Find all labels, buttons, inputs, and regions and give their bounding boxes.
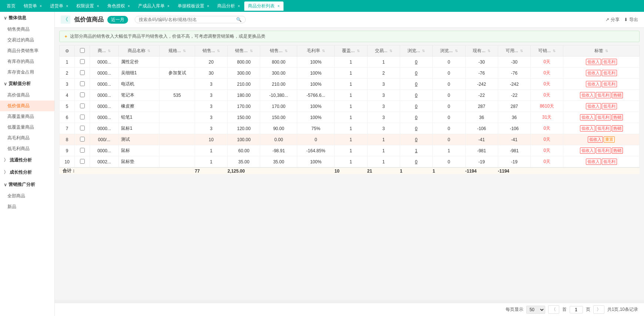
row-view1[interactable]: 0 [400, 123, 432, 134]
col-sales-qty[interactable]: 销售... ⇅ [195, 45, 227, 57]
row-gross-margin: 75% [297, 123, 335, 134]
nav-home[interactable]: 首页 [3, 1, 19, 11]
nav-purchase[interactable]: 进货单 × [46, 1, 72, 11]
sidebar-item-low-value[interactable]: 低价值商品 [0, 101, 54, 111]
row-checkbox-cell[interactable] [75, 68, 90, 79]
row-checkbox[interactable] [80, 103, 85, 108]
row-view1[interactable]: 0 [400, 134, 432, 145]
col-coverage[interactable]: 覆盖... ⇅ [335, 45, 367, 57]
row-sales-amount: 800.00 [228, 57, 260, 68]
nav-product-inbound[interactable]: 产成品入库单 × [134, 1, 173, 11]
row-sales-amount: 150.00 [228, 112, 260, 123]
row-checkbox[interactable] [80, 70, 85, 75]
row-checkbox[interactable] [80, 126, 85, 130]
col-saleable[interactable]: 可销... ⇅ [531, 45, 563, 57]
nav-role[interactable]: 角色授权 × [104, 1, 134, 11]
nav-template[interactable]: 单据模板设置 × [174, 1, 213, 11]
row-sales-amount: 100.00 [228, 134, 260, 145]
row-view1[interactable]: 0 [400, 79, 432, 90]
sidebar-item-sales-products[interactable]: 销售类商品 [0, 24, 54, 35]
nav-product-analysis-list[interactable]: 商品分析列表 × [244, 1, 283, 11]
sidebar-item-category-sales-rate[interactable]: 商品分类销售率 [0, 45, 54, 56]
sidebar-item-high-coverage[interactable]: 高覆盖量商品 [0, 111, 54, 122]
sidebar-item-stock-capital[interactable]: 库存资金占用 [0, 67, 54, 78]
sidebar-item-high-margin[interactable]: 高毛利商品 [0, 133, 54, 143]
row-checkbox[interactable] [80, 115, 85, 119]
row-view1[interactable]: 0 [400, 57, 432, 68]
row-view1[interactable]: 0 [400, 112, 432, 123]
row-view1[interactable]: 0 [400, 101, 432, 112]
select-all-checkbox[interactable] [80, 48, 85, 53]
sidebar-group-overall[interactable]: ∨ 整体信息 [0, 12, 54, 24]
sidebar-group-marketing[interactable]: ∨ 营销推广分析 [0, 179, 54, 191]
tag: 低毛利 [596, 125, 611, 132]
collapse-sidebar-button[interactable]: 《 [61, 16, 70, 24]
sidebar-item-stock-products[interactable]: 有库存的商品 [0, 56, 54, 67]
row-checkbox-cell[interactable] [75, 145, 90, 156]
first-page-button[interactable]: 〈 [548, 305, 559, 314]
row-checkbox-cell[interactable] [75, 156, 90, 168]
row-current-stock: -106 [465, 123, 498, 134]
page-number-input[interactable] [570, 306, 583, 313]
sidebar-item-low-margin[interactable]: 低毛利商品 [0, 143, 54, 154]
nav-permission[interactable]: 权限设置 × [73, 1, 103, 11]
row-checkbox[interactable] [80, 159, 85, 164]
row-current-stock: -242 [465, 79, 498, 90]
sidebar-item-low-coverage[interactable]: 低覆盖量商品 [0, 122, 54, 133]
row-checkbox-cell[interactable] [75, 57, 90, 68]
row-checkbox[interactable] [80, 92, 85, 97]
export-button[interactable]: ⬇ 导出 [624, 17, 638, 23]
row-checkbox[interactable] [80, 148, 85, 153]
row-view1[interactable]: 0 [400, 90, 432, 101]
sidebar-item-traded-products[interactable]: 交易过的商品 [0, 35, 54, 45]
col-available[interactable]: 可用... ⇅ [498, 45, 530, 57]
page-size-select[interactable]: 50 100 200 [526, 306, 545, 314]
row-name: 测试 [118, 134, 159, 145]
col-settings[interactable]: ⚙ [60, 45, 75, 57]
col-checkbox[interactable] [75, 45, 90, 57]
row-sales-qty: 10 [195, 134, 227, 145]
col-spec[interactable]: 规格... ⇅ [160, 45, 195, 57]
sidebar-item-new-products[interactable]: 新品 [0, 201, 54, 212]
sidebar-group-growth[interactable]: 〉 成长性分析 [0, 166, 54, 179]
sidebar-item-all-products[interactable]: 全部商品 [0, 191, 54, 201]
col-sales-profit[interactable]: 销售... ⇅ [260, 45, 297, 57]
nav-sales[interactable]: 销货单 × [20, 1, 46, 11]
nav-product-analysis[interactable]: 商品分析 × [214, 1, 244, 11]
row-view2: 0 [433, 79, 465, 90]
row-current-stock: -981 [465, 145, 498, 156]
sidebar-item-high-value[interactable]: 高价值商品 [0, 90, 54, 101]
time-filter-button[interactable]: 近一月 [107, 16, 128, 24]
totals-view2: 1 [433, 167, 465, 174]
col-sales-amount[interactable]: 销售... ⇅ [228, 45, 260, 57]
col-name[interactable]: 商品名称 ⇅ [118, 45, 159, 57]
row-checkbox-cell[interactable] [75, 123, 90, 134]
row-checkbox-cell[interactable] [75, 90, 90, 101]
row-checkbox-cell[interactable] [75, 101, 90, 112]
row-checkbox-cell[interactable] [75, 79, 90, 90]
col-code[interactable]: 商... ⇅ [90, 45, 119, 57]
col-tags[interactable]: 标签 ⇅ [563, 45, 640, 57]
row-checkbox-cell[interactable] [75, 112, 90, 123]
col-view1[interactable]: 浏览... ⇅ [400, 45, 432, 57]
horizontal-scrollbar[interactable] [55, 300, 644, 303]
row-coverage: 1 [335, 79, 367, 90]
row-checkbox-cell[interactable] [75, 134, 90, 145]
sidebar-group-contribution[interactable]: ∨ 贡献值分析 [0, 78, 54, 90]
col-transaction[interactable]: 交易... ⇅ [367, 45, 400, 57]
col-view2[interactable]: 浏览... ⇅ [433, 45, 465, 57]
row-checkbox[interactable] [80, 59, 85, 64]
row-view1[interactable]: 0 [400, 156, 432, 168]
row-checkbox[interactable] [80, 81, 85, 86]
search-icon[interactable]: 🔍 [236, 17, 242, 22]
share-button[interactable]: ↗ 分享 [606, 17, 620, 23]
last-page-button[interactable]: 〉 [593, 305, 604, 314]
row-view1[interactable]: 0 [400, 68, 432, 79]
row-checkbox[interactable] [80, 137, 85, 142]
col-gross-margin[interactable]: 毛利率 ⇅ [297, 45, 335, 57]
row-spec [160, 57, 195, 68]
col-current-stock[interactable]: 现有... ⇅ [465, 45, 498, 57]
search-input[interactable] [139, 17, 235, 22]
sidebar-group-liquidity[interactable]: 〉 流通性分析 [0, 154, 54, 166]
row-view1[interactable]: 1 [400, 145, 432, 156]
